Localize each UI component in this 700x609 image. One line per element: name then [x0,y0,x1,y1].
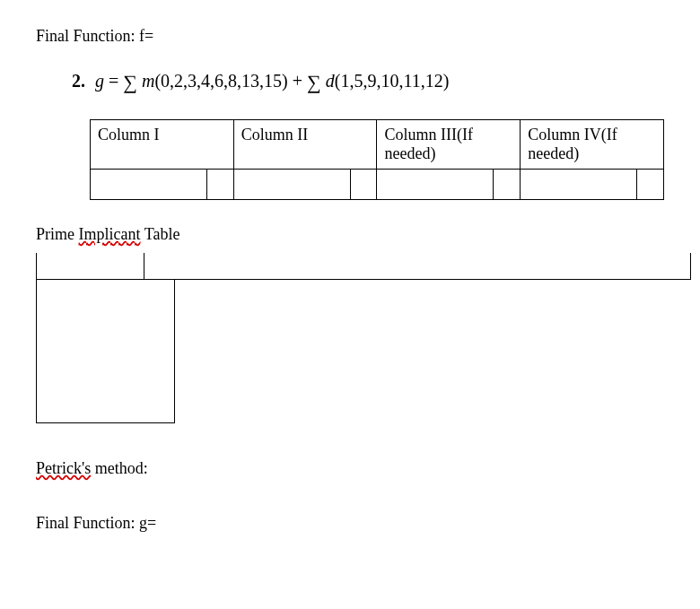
pit-top-divider [144,253,144,280]
prime-implicant-heading: Prime Implicant Table [36,225,664,244]
column-cell [233,170,350,200]
prime-implicant-suffix: Table [140,225,179,243]
columns-table: Column I Column II Column III(If needed)… [90,119,664,200]
plus-sign: + [293,71,302,91]
problem-statement: 2. g = ∑ m(0,2,3,4,6,8,13,15) + ∑ d(1,5,… [72,71,664,94]
columns-table-container: Column I Column II Column III(If needed)… [90,119,646,200]
minterm-args: (0,2,3,4,6,8,13,15) [154,71,287,91]
petricks-heading: Petrick's method: [36,459,664,478]
dontcare-args: (1,5,9,10,11,12) [335,71,450,91]
sigma-2: ∑ [307,71,321,93]
pit-body-box [36,280,175,423]
sigma-1: ∑ [123,71,137,93]
column-cell [636,170,663,200]
problem-number: 2. [72,71,85,91]
final-function-g-heading: Final Function: g= [36,514,664,533]
pit-top-row [36,253,691,280]
column-header-4: Column IV(If needed) [521,120,664,170]
prime-implicant-table [36,253,664,432]
column-cell [350,170,377,200]
final-function-f-heading: Final Function: f= [36,27,664,46]
dontcare-d: d [326,71,335,91]
column-header-2: Column II [233,120,377,170]
column-cell [521,170,637,200]
column-header-1: Column I [91,120,234,170]
prime-implicant-prefix: Prime [36,225,79,243]
column-cell [91,170,207,200]
column-cell [206,170,233,200]
variable-g: g [95,71,104,91]
petricks-suffix: method: [91,459,148,477]
column-cell [494,170,521,200]
petricks-spellcheck: Petrick's [36,459,91,477]
minterm-m: m [142,71,154,91]
column-header-3: Column III(If needed) [377,120,521,170]
prime-implicant-spellcheck: Implicant [79,225,141,243]
equals-sign: = [109,71,118,91]
column-cell [377,170,494,200]
